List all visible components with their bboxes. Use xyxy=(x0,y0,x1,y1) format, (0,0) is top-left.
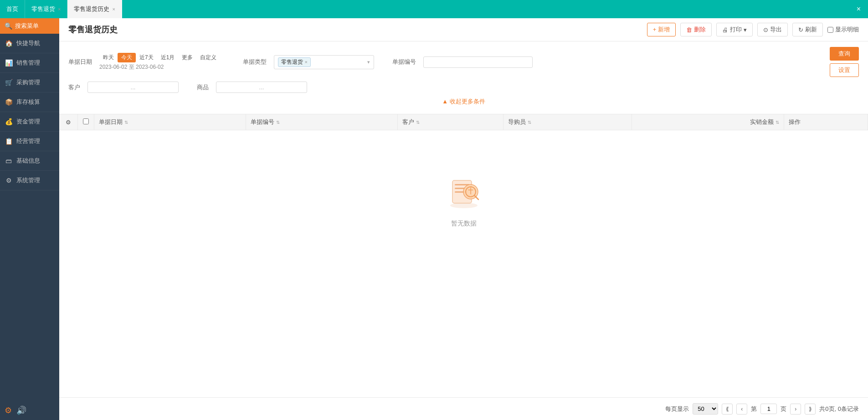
tab-home-label: 首页 xyxy=(6,5,18,13)
export-button[interactable]: ⊙ 导出 xyxy=(757,23,788,36)
tab-return-history[interactable]: 零售退货历史 × xyxy=(67,0,122,18)
th-customer-sort: ⇅ xyxy=(416,120,420,125)
sidebar-item-finance-label: 资金管理 xyxy=(16,118,40,126)
print-icon: 🖨 xyxy=(722,26,728,33)
sidebar-item-system[interactable]: ⚙ 系统管理 xyxy=(0,171,59,190)
sidebar-item-finance[interactable]: 💰 资金管理 xyxy=(0,112,59,132)
table-container: ⚙ 单据日期 ⇅ 单据编号 xyxy=(59,114,868,397)
th-date[interactable]: 单据日期 ⇅ xyxy=(94,114,246,130)
date-option-7days[interactable]: 近7天 xyxy=(136,53,157,62)
empty-illustration xyxy=(441,167,487,212)
per-page-select[interactable]: 10 20 50 100 xyxy=(693,403,718,415)
refresh-label: 刷新 xyxy=(805,26,817,34)
th-amount[interactable]: 实销金额 ⇅ xyxy=(632,114,784,130)
th-checkbox[interactable] xyxy=(77,114,94,130)
sidebar-item-inventory[interactable]: 📦 库存核算 xyxy=(0,92,59,112)
per-page-label: 每页显示 xyxy=(665,405,689,413)
content-area: 零售退货历史 + 新增 🗑 删除 🖨 打印 ▾ ⊙ 导出 ↻ xyxy=(59,18,868,420)
sidebar-item-purchase[interactable]: 🛒 采购管理 xyxy=(0,73,59,92)
filter-area: 单据日期 昨天 今天 近7天 近1月 更多 自定义 2023-06-02 至 2… xyxy=(59,41,868,114)
query-button[interactable]: 查询 xyxy=(830,47,859,61)
system-icon: ⚙ xyxy=(5,176,13,184)
sidebar: 🔍 搜索菜单 🏠 快捷导航 📊 销售管理 🛒 采购管理 📦 库存核算 💰 资金管… xyxy=(0,18,59,420)
page-label-suffix: 页 xyxy=(781,405,786,413)
doc-type-tag-close[interactable]: × xyxy=(304,59,307,65)
th-number[interactable]: 单据编号 ⇅ xyxy=(246,114,397,130)
window-close-button[interactable]: × xyxy=(849,5,868,13)
filter-row-1: 单据日期 昨天 今天 近7天 近1月 更多 自定义 2023-06-02 至 2… xyxy=(68,47,859,77)
date-block: 昨天 今天 近7天 近1月 更多 自定义 2023-06-02 至 2023-0… xyxy=(99,53,225,71)
last-page-button[interactable]: ⟫ xyxy=(805,404,816,415)
sidebar-item-basic-info[interactable]: 🗃 基础信息 xyxy=(0,151,59,171)
volume-icon[interactable]: 🔊 xyxy=(16,405,26,415)
product-input[interactable]: ... xyxy=(216,82,307,93)
refresh-button[interactable]: ↻ 刷新 xyxy=(792,23,823,36)
customer-label: 客户 xyxy=(68,83,80,92)
new-button[interactable]: + 新增 xyxy=(647,23,676,36)
th-customer[interactable]: 客户 ⇅ xyxy=(398,114,503,130)
tab-return-history-label: 零售退货历史 xyxy=(74,5,109,13)
date-option-more[interactable]: 更多 xyxy=(178,53,196,62)
display-detail-label: 显示明细 xyxy=(835,26,859,34)
export-icon: ⊙ xyxy=(763,26,768,33)
page-label-prefix: 第 xyxy=(751,405,757,413)
basic-info-icon: 🗃 xyxy=(5,157,13,165)
page-title: 零售退货历史 xyxy=(68,24,647,35)
doc-type-tag-value: 零售退货 xyxy=(281,58,303,66)
tab-return-history-close[interactable]: × xyxy=(112,6,115,12)
date-option-yesterday[interactable]: 昨天 xyxy=(99,53,118,62)
settings-gear-icon[interactable]: ⚙ xyxy=(5,405,12,415)
refresh-icon: ↻ xyxy=(798,26,803,33)
empty-text: 暂无数据 xyxy=(451,220,477,228)
next-page-button[interactable]: › xyxy=(790,404,801,415)
th-action: 操作 xyxy=(784,114,868,130)
prev-page-button[interactable]: ‹ xyxy=(736,404,747,415)
settings-button[interactable]: 设置 xyxy=(830,63,859,77)
doc-number-filter-col: 单据编号 xyxy=(392,56,533,68)
doc-number-label: 单据编号 xyxy=(392,58,416,66)
table-settings-icon: ⚙ xyxy=(66,119,71,126)
select-all-checkbox[interactable] xyxy=(83,118,89,124)
th-guide-sort: ⇅ xyxy=(528,120,531,125)
data-table: ⚙ 单据日期 ⇅ 单据编号 xyxy=(59,114,868,130)
purchase-icon: 🛒 xyxy=(5,78,13,87)
doc-type-select[interactable]: 零售退货 × ▾ xyxy=(274,55,374,69)
th-date-label: 单据日期 xyxy=(99,118,123,126)
sidebar-item-operations[interactable]: 📋 经营管理 xyxy=(0,132,59,151)
page-header: 零售退货历史 + 新增 🗑 删除 🖨 打印 ▾ ⊙ 导出 ↻ xyxy=(59,18,868,41)
sidebar-item-basic-info-label: 基础信息 xyxy=(16,157,40,165)
collapse-more-btn[interactable]: ▲ 收起更多条件 xyxy=(68,95,859,108)
date-option-today[interactable]: 今天 xyxy=(118,53,136,62)
date-option-custom[interactable]: 自定义 xyxy=(196,53,220,62)
export-label: 导出 xyxy=(770,26,782,34)
sidebar-item-operations-label: 经营管理 xyxy=(16,137,40,145)
print-button[interactable]: 🖨 打印 ▾ xyxy=(716,23,753,36)
doc-number-input[interactable] xyxy=(423,56,533,68)
tab-return-close[interactable]: × xyxy=(58,6,61,12)
date-option-1month[interactable]: 近1月 xyxy=(157,53,179,62)
sidebar-item-quick-nav-label: 快捷导航 xyxy=(16,39,40,47)
query-settings-wrap: 查询 设置 xyxy=(830,47,859,77)
delete-button[interactable]: 🗑 删除 xyxy=(680,23,712,36)
finance-icon: 💰 xyxy=(5,118,13,126)
sales-icon: 📊 xyxy=(5,59,13,67)
customer-input[interactable]: ... xyxy=(87,82,179,93)
print-dropdown-icon: ▾ xyxy=(744,26,747,33)
tab-return[interactable]: 零售退货 × xyxy=(25,0,67,18)
th-guide[interactable]: 导购员 ⇅ xyxy=(503,114,632,130)
total-label: 共0页, 0条记录 xyxy=(819,405,859,413)
first-page-button[interactable]: ⟪ xyxy=(722,404,733,415)
sidebar-search[interactable]: 🔍 搜索菜单 xyxy=(0,18,59,34)
sidebar-item-sales[interactable]: 📊 销售管理 xyxy=(0,53,59,73)
inventory-icon: 📦 xyxy=(5,98,13,106)
date-filter-col: 单据日期 昨天 今天 近7天 近1月 更多 自定义 2023-06-02 至 2… xyxy=(68,53,225,71)
display-detail-checkbox[interactable] xyxy=(827,27,833,33)
tab-home[interactable]: 首页 xyxy=(0,0,25,18)
current-page-input[interactable] xyxy=(760,404,777,414)
sidebar-item-purchase-label: 采购管理 xyxy=(16,78,40,87)
th-settings[interactable]: ⚙ xyxy=(59,114,77,130)
sidebar-item-quick-nav[interactable]: 🏠 快捷导航 xyxy=(0,34,59,53)
delete-icon: 🗑 xyxy=(686,26,692,33)
doc-type-filter-col: 单据类型 零售退货 × ▾ xyxy=(243,55,374,69)
date-filter-label: 单据日期 xyxy=(68,58,92,66)
